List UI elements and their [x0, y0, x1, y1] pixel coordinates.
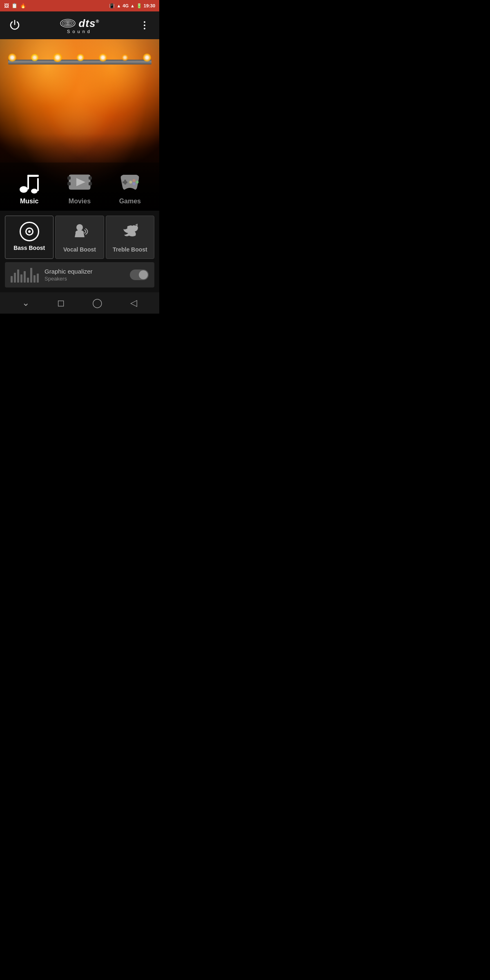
treble-boost-label: Treble Boost	[113, 246, 147, 253]
svg-point-22	[76, 224, 83, 231]
eq-title: Graphic equalizer	[45, 268, 124, 275]
svg-point-23	[135, 225, 137, 227]
svg-rect-13	[89, 176, 92, 180]
svg-point-20	[133, 183, 136, 185]
collapse-button[interactable]: ⌄	[19, 294, 33, 312]
status-bar-right: 📳 ▲ 4G ▲ 🔋 19:30	[109, 3, 155, 9]
dts-logo-top: dts®	[60, 17, 99, 30]
mode-games[interactable]: Games	[105, 169, 155, 205]
light-fixture	[8, 53, 16, 62]
signal-text: 4G	[122, 3, 129, 8]
home-button[interactable]: ◯	[89, 294, 106, 312]
svg-point-21	[129, 181, 132, 184]
svg-point-19	[136, 181, 139, 184]
svg-point-3	[65, 22, 70, 24]
music-note-icon	[16, 169, 42, 195]
svg-rect-17	[122, 181, 127, 183]
svg-rect-12	[67, 182, 71, 185]
eq-toggle[interactable]	[130, 270, 149, 280]
svg-point-5	[20, 186, 28, 193]
graphic-eq-row[interactable]: Graphic equalizer Speakers	[5, 262, 154, 287]
svg-rect-8	[37, 178, 39, 191]
svg-rect-9	[27, 175, 39, 177]
bass-boost-label: Bass Boost	[13, 245, 45, 251]
controls-section: Bass Boost Vocal Boost	[0, 211, 159, 292]
movies-label: Movies	[69, 198, 91, 205]
power-icon	[9, 19, 21, 31]
bass-boost-button[interactable]: Bass Boost	[5, 216, 53, 259]
vocal-boost-icon	[70, 222, 89, 243]
light-fixture	[31, 54, 38, 61]
wifi-icon: ▲	[116, 3, 121, 8]
more-options-button[interactable]	[137, 18, 152, 33]
app-header: dts® Sound	[0, 11, 159, 39]
vibrate-icon: 📳	[109, 3, 115, 9]
svg-rect-14	[89, 182, 92, 185]
eq-icon	[11, 267, 39, 283]
status-bar: 🖼 📋 🔥 📳 ▲ 4G ▲ 🔋 19:30	[0, 0, 159, 11]
three-dots-icon	[144, 21, 145, 29]
battery-icon: 🔋	[136, 3, 142, 9]
sim-icon: 📋	[11, 3, 18, 9]
dts-disc-icon	[60, 18, 76, 28]
bass-boost-icon	[20, 222, 39, 241]
svg-rect-6	[27, 175, 29, 189]
gamepad-icon	[117, 169, 143, 195]
status-bar-left: 🖼 📋 🔥	[4, 3, 26, 9]
light-fixture	[53, 53, 62, 62]
eq-subtitle: Speakers	[45, 276, 124, 282]
power-button[interactable]	[7, 18, 22, 33]
vocal-boost-button[interactable]: Vocal Boost	[55, 216, 104, 259]
treble-boost-icon	[120, 222, 140, 243]
light-fixture	[99, 53, 107, 62]
signal-bars: ▲	[130, 3, 135, 8]
dts-logo: dts® Sound	[60, 17, 99, 34]
light-fixture	[77, 54, 84, 61]
recent-apps-button[interactable]: ◻	[54, 294, 68, 312]
music-label: Music	[20, 198, 38, 205]
registered-mark: ®	[96, 19, 99, 24]
light-fixture	[122, 54, 128, 61]
stage-light-fixtures	[8, 53, 151, 62]
mode-selector: Music Movies	[0, 163, 159, 211]
dts-sound-text: Sound	[67, 29, 92, 34]
flame-icon: 🔥	[20, 3, 26, 9]
vocal-boost-label: Vocal Boost	[63, 246, 96, 253]
dts-wordmark: dts®	[78, 17, 99, 30]
light-fixture	[143, 53, 151, 62]
film-icon	[67, 169, 93, 195]
back-button[interactable]: ◁	[127, 294, 140, 312]
boost-buttons-row: Bass Boost Vocal Boost	[5, 216, 154, 259]
eq-text: Graphic equalizer Speakers	[45, 268, 124, 282]
svg-point-2	[64, 22, 72, 25]
svg-rect-11	[67, 176, 71, 180]
mode-movies[interactable]: Movies	[54, 169, 105, 205]
svg-point-4	[67, 23, 69, 24]
navigation-bar: ⌄ ◻ ◯ ◁	[0, 292, 159, 314]
toggle-thumb	[139, 270, 148, 279]
mode-music[interactable]: Music	[4, 169, 54, 205]
treble-boost-button[interactable]: Treble Boost	[106, 216, 154, 259]
concert-hero-image: Music Movies	[0, 39, 159, 211]
games-label: Games	[119, 198, 141, 205]
time-display: 19:30	[144, 3, 155, 8]
gallery-icon: 🖼	[4, 3, 9, 9]
svg-point-18	[133, 179, 136, 182]
svg-point-7	[31, 189, 38, 194]
